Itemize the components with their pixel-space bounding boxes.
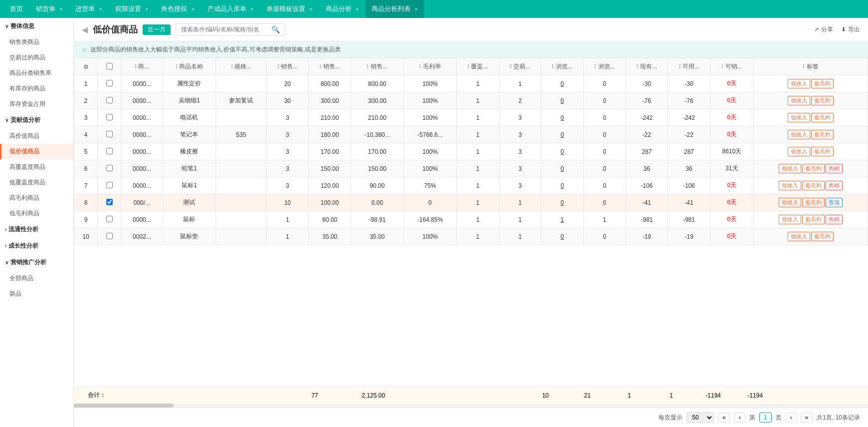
nav-close-icon[interactable]: × bbox=[145, 6, 148, 12]
nav-close-icon[interactable]: × bbox=[59, 6, 62, 12]
cell-browse1[interactable]: 1 bbox=[541, 211, 584, 228]
col-header-code[interactable]: ⁝ 商... bbox=[121, 58, 163, 75]
browse-link[interactable]: 0 bbox=[561, 97, 564, 104]
next-page-button[interactable]: › bbox=[786, 413, 797, 423]
first-page-button[interactable]: « bbox=[718, 413, 730, 423]
cell-browse1[interactable]: 0 bbox=[541, 126, 584, 143]
col-header-browse2[interactable]: ⁝ 浏览... bbox=[584, 58, 626, 75]
browse-link[interactable]: 0 bbox=[561, 165, 564, 172]
nav-item-销货单[interactable]: 销货单× bbox=[30, 0, 68, 18]
cell-checkbox[interactable] bbox=[98, 109, 121, 126]
row-checkbox[interactable] bbox=[106, 199, 113, 205]
sidebar-item-高价值商品[interactable]: 高价值商品 bbox=[0, 128, 73, 144]
sidebar-item-低毛利商品[interactable]: 低毛利商品 bbox=[0, 206, 73, 221]
nav-item-角色授权[interactable]: 角色授权× bbox=[155, 0, 200, 18]
cell-checkbox[interactable] bbox=[98, 92, 121, 109]
browse-link[interactable]: 0 bbox=[561, 148, 564, 155]
sidebar-item-高覆盖度商品[interactable]: 高覆盖度商品 bbox=[0, 159, 73, 175]
col-header-trade[interactable]: ⁝ 交易... bbox=[499, 58, 541, 75]
sidebar-group-整体信息[interactable]: ∨整体信息 bbox=[0, 18, 73, 34]
col-header-name[interactable]: ⁝ 商品名称 bbox=[163, 58, 216, 75]
cell-browse1[interactable]: 0 bbox=[541, 160, 584, 177]
cell-browse1[interactable]: 0 bbox=[541, 75, 584, 92]
sidebar-item-交易过的商品[interactable]: 交易过的商品 bbox=[0, 50, 73, 65]
nav-item-进货单[interactable]: 进货单× bbox=[69, 0, 108, 18]
browse-link[interactable]: 0 bbox=[561, 233, 564, 240]
nav-close-icon[interactable]: × bbox=[191, 6, 194, 12]
sidebar-group-成长性分析[interactable]: ›成长性分析 bbox=[0, 238, 73, 254]
browse-link[interactable]: 0 bbox=[561, 182, 564, 189]
page-size-select[interactable]: 50 100 200 bbox=[686, 412, 714, 423]
last-page-button[interactable]: » bbox=[801, 413, 813, 423]
nav-close-icon[interactable]: × bbox=[99, 6, 102, 12]
col-header-settings[interactable]: ⚙ bbox=[74, 58, 98, 75]
row-checkbox[interactable] bbox=[106, 148, 113, 154]
export-button[interactable]: ⬇ 导出 bbox=[841, 25, 860, 34]
row-checkbox[interactable] bbox=[106, 80, 113, 86]
select-all-checkbox[interactable] bbox=[106, 63, 113, 69]
cell-browse1[interactable]: 0 bbox=[541, 109, 584, 126]
col-header-tags[interactable]: ⁝ 标签 bbox=[753, 58, 868, 75]
browse-link[interactable]: 0 bbox=[561, 114, 564, 121]
nav-close-icon[interactable]: × bbox=[415, 6, 418, 12]
cell-checkbox[interactable] bbox=[98, 228, 121, 245]
sidebar-item-有库存的商品[interactable]: 有库存的商品 bbox=[0, 81, 73, 96]
row-checkbox[interactable] bbox=[106, 131, 113, 137]
col-header-sale_qty[interactable]: ⁝ 销售... bbox=[266, 58, 309, 75]
sidebar-item-库存资金占用[interactable]: 库存资金占用 bbox=[0, 96, 73, 112]
browse-link[interactable]: 0 bbox=[561, 131, 564, 138]
scrollbar[interactable] bbox=[74, 404, 868, 408]
nav-item-产成品入库单[interactable]: 产成品入库单× bbox=[202, 0, 259, 18]
cell-browse1[interactable]: 0 bbox=[541, 143, 584, 160]
nav-close-icon[interactable]: × bbox=[309, 6, 312, 12]
sidebar-item-低价值商品[interactable]: 低价值商品 bbox=[0, 144, 73, 159]
sidebar-item-销售类商品[interactable]: 销售类商品 bbox=[0, 34, 73, 50]
col-header-current[interactable]: ⁝ 现有... bbox=[626, 58, 668, 75]
nav-close-icon[interactable]: × bbox=[250, 6, 253, 12]
row-checkbox[interactable] bbox=[106, 114, 113, 120]
nav-close-icon[interactable]: × bbox=[356, 6, 359, 12]
row-checkbox[interactable] bbox=[106, 216, 113, 222]
nav-item-商品分析[interactable]: 商品分析× bbox=[320, 0, 365, 18]
nav-item-单据模板设置[interactable]: 单据模板设置× bbox=[260, 0, 318, 18]
cell-checkbox[interactable] bbox=[98, 143, 121, 160]
browse-link[interactable]: 1 bbox=[561, 216, 564, 223]
prev-page-button[interactable]: ‹ bbox=[734, 413, 745, 423]
row-checkbox[interactable] bbox=[106, 165, 113, 171]
sidebar-item-低覆盖度商品[interactable]: 低覆盖度商品 bbox=[0, 175, 73, 190]
sidebar-group-贡献值分析[interactable]: ∨贡献值分析 bbox=[0, 112, 73, 128]
col-header-sale_price[interactable]: ⁝ 销售... bbox=[351, 58, 404, 75]
sidebar-item-全部商品[interactable]: 全部商品 bbox=[0, 271, 73, 286]
nav-item-商品分析列表[interactable]: 商品分析列表× bbox=[366, 0, 424, 18]
cell-browse1[interactable]: 0 bbox=[541, 92, 584, 109]
cell-checkbox[interactable] bbox=[98, 194, 121, 211]
cell-checkbox[interactable] bbox=[98, 126, 121, 143]
col-header-checkbox[interactable] bbox=[98, 58, 121, 75]
scrollbar-thumb[interactable] bbox=[74, 404, 174, 408]
cell-checkbox[interactable] bbox=[98, 211, 121, 228]
col-header-browse1[interactable]: ⁝ 浏览... bbox=[541, 58, 584, 75]
nav-item-首页[interactable]: 首页 bbox=[4, 0, 29, 18]
filter-badge[interactable]: 近一月 bbox=[143, 24, 171, 35]
cell-browse1[interactable]: 0 bbox=[541, 228, 584, 245]
sidebar-item-高毛利商品[interactable]: 高毛利商品 bbox=[0, 190, 73, 206]
table-wrapper[interactable]: ⚙⁝ 商...⁝ 商品名称⁝ 规格...⁝ 销售...⁝ 销售...⁝ 销售..… bbox=[74, 58, 868, 387]
sidebar-group-流通性分析[interactable]: ›流通性分析 bbox=[0, 221, 73, 238]
search-input[interactable] bbox=[181, 26, 268, 33]
col-header-margin[interactable]: ⁝ 毛利率 bbox=[404, 58, 457, 75]
col-header-spec[interactable]: ⁝ 规格... bbox=[216, 58, 266, 75]
browse-link[interactable]: 0 bbox=[561, 80, 564, 87]
row-checkbox[interactable] bbox=[106, 182, 113, 188]
cell-checkbox[interactable] bbox=[98, 75, 121, 92]
col-header-saleable[interactable]: ⁝ 可销... bbox=[710, 58, 754, 75]
col-header-coverage[interactable]: ⁝ 覆盖... bbox=[456, 58, 499, 75]
sidebar-item-新品[interactable]: 新品 bbox=[0, 286, 73, 302]
col-header-sale_amount[interactable]: ⁝ 销售... bbox=[309, 58, 351, 75]
cell-browse1[interactable]: 0 bbox=[541, 177, 584, 194]
sidebar-group-营销推广分析[interactable]: ∨营销推广分析 bbox=[0, 254, 73, 271]
row-checkbox[interactable] bbox=[106, 97, 113, 103]
col-header-available[interactable]: ⁝ 可用... bbox=[668, 58, 710, 75]
share-button[interactable]: ↗ 分享 bbox=[814, 25, 833, 34]
cell-browse1[interactable]: 0 bbox=[541, 194, 584, 211]
browse-link[interactable]: 0 bbox=[561, 199, 564, 206]
